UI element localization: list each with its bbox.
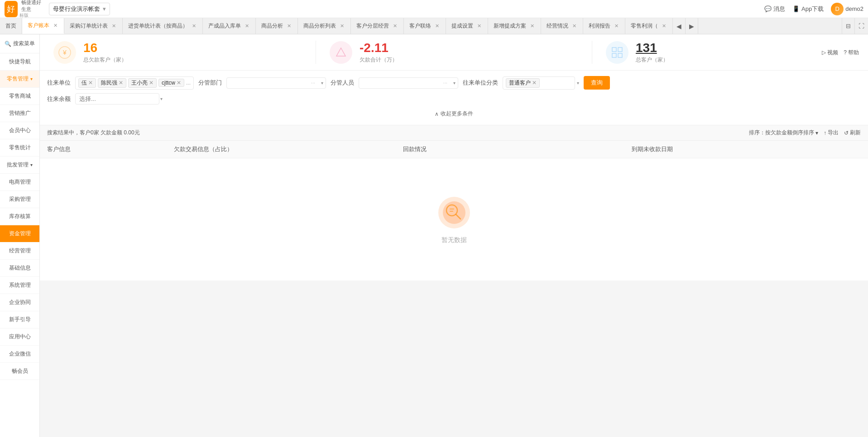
- unit-type-tag-normal[interactable]: 普通客户 ✕: [506, 78, 540, 88]
- tab-inbound-stats[interactable]: 进货单统计表（按商品） ✕: [123, 18, 203, 34]
- message-btn[interactable]: 💬 消息: [764, 5, 785, 13]
- refresh-btn[interactable]: ↺ 刷新: [844, 129, 861, 137]
- tab-purchase-order-stats[interactable]: 采购订单统计表 ✕: [64, 18, 123, 34]
- balance-filter-label: 往来余额: [47, 95, 71, 103]
- avatar: D: [831, 3, 844, 15]
- app-download-icon: 📱: [792, 5, 800, 12]
- tab-business-status-close[interactable]: ✕: [571, 23, 577, 29]
- tab-product-analysis-close[interactable]: ✕: [286, 23, 292, 29]
- tab-profit-report[interactable]: 利润报告 ✕: [583, 18, 625, 34]
- sort-btn[interactable]: 排序：按欠款金额倒序排序 ▾: [749, 129, 818, 137]
- total-debt-customers-number: 16: [83, 41, 127, 55]
- tab-customer-layer[interactable]: 客户分层经营 ✕: [351, 18, 404, 34]
- unit-tags-more[interactable]: ...: [186, 80, 191, 86]
- unit-type-tag-remove[interactable]: ✕: [532, 80, 537, 86]
- unit-tag-wu-remove[interactable]: ✕: [88, 80, 93, 86]
- tab-new-commission-close[interactable]: ✕: [529, 23, 535, 29]
- workspace-arrow: ▾: [103, 5, 106, 12]
- dept-select-wrap: ▾ ···: [226, 77, 326, 89]
- sidebar-retail-shop-label: 零售商城: [9, 93, 31, 99]
- tab-new-commission-label: 新增提成方案: [494, 22, 526, 30]
- tab-customer-ledger[interactable]: 客户账本 ✕: [22, 18, 64, 34]
- tab-business-status[interactable]: 经营情况 ✕: [541, 18, 583, 34]
- person-clear-icon[interactable]: ···: [443, 80, 447, 86]
- dept-clear-icon[interactable]: ···: [311, 80, 315, 86]
- tab-inbound-close[interactable]: ✕: [191, 23, 197, 29]
- search-menu-btn[interactable]: 🔍 搜索菜单: [3, 38, 37, 49]
- unit-tag-cjttcw-remove[interactable]: ✕: [177, 80, 181, 86]
- sidebar-search-area: 🔍 搜索菜单: [0, 34, 39, 53]
- sidebar-item-basic-info[interactable]: 基础信息: [0, 260, 39, 277]
- sidebar-item-chang-member[interactable]: 畅会员: [0, 363, 39, 380]
- tab-action-expand[interactable]: ⊟: [842, 18, 854, 34]
- sidebar-item-enterprise-wechat[interactable]: 企业微信: [0, 346, 39, 363]
- tab-product-analysis-list-label: 商品分析列表: [303, 22, 336, 30]
- workspace-selector[interactable]: 母婴行业演示帐套 ▾: [49, 3, 110, 15]
- svg-marker-2: [336, 48, 345, 56]
- tab-product-analysis-list[interactable]: 商品分析列表 ✕: [298, 18, 351, 34]
- tab-retail-profit[interactable]: 零售利润（ ✕: [625, 18, 673, 34]
- stat-total-debt-customers: ¥ 16 总欠款客户（家）: [40, 41, 316, 64]
- sidebar-item-member-center[interactable]: 会员中心: [0, 122, 39, 139]
- sidebar-item-quick-nav[interactable]: 快捷导航: [0, 53, 39, 71]
- search-menu-label: 搜索菜单: [13, 40, 35, 48]
- tab-product-inbound[interactable]: 产成品入库单 ✕: [203, 18, 256, 34]
- tab-action-fullscreen[interactable]: ⛶: [854, 18, 868, 34]
- unit-tag-chen[interactable]: 陈民强 ✕: [98, 78, 126, 88]
- sidebar-item-retail-shop[interactable]: 零售商城: [0, 88, 39, 105]
- tab-commission-close[interactable]: ✕: [476, 23, 482, 29]
- tab-customer-ledger-close[interactable]: ✕: [52, 23, 58, 29]
- tab-customer-layer-close[interactable]: ✕: [392, 23, 398, 29]
- unit-tag-wu[interactable]: 伍 ✕: [78, 78, 96, 88]
- unit-tag-chen-remove[interactable]: ✕: [119, 80, 123, 86]
- tab-customer-contact-close[interactable]: ✕: [434, 23, 440, 29]
- sidebar-item-wholesale[interactable]: 批发管理 ▾: [0, 157, 39, 174]
- video-help-btn[interactable]: ▷ 视频: [822, 48, 838, 56]
- tab-product-close[interactable]: ✕: [244, 23, 250, 29]
- sidebar-item-operations[interactable]: 经营管理: [0, 242, 39, 260]
- tab-purchase-close[interactable]: ✕: [110, 23, 117, 29]
- unit-tag-wang[interactable]: 王小亮 ✕: [128, 78, 157, 88]
- sidebar-item-retail-management[interactable]: 零售管理 ▾: [0, 71, 39, 88]
- app-download-btn[interactable]: 📱 App下载: [792, 5, 824, 13]
- person-filter-label: 分管人员: [331, 79, 354, 87]
- tab-new-commission[interactable]: 新增提成方案 ✕: [488, 18, 541, 34]
- sidebar-item-purchase[interactable]: 采购管理: [0, 191, 39, 208]
- sidebar-item-ecommerce[interactable]: 电商管理: [0, 174, 39, 191]
- tab-home[interactable]: 首页: [0, 18, 22, 34]
- app-download-label: App下载: [801, 5, 824, 13]
- tab-scroll-right[interactable]: ▶: [686, 18, 698, 34]
- collapse-filters-btn[interactable]: ∧ 收起更多条件: [47, 108, 861, 119]
- sidebar-item-newbie-guide[interactable]: 新手引导: [0, 311, 39, 328]
- help-btn[interactable]: ? 帮助: [844, 48, 859, 56]
- sidebar-item-app-center[interactable]: 应用中心: [0, 328, 39, 346]
- tab-commission-settings[interactable]: 提成设置 ✕: [446, 18, 488, 34]
- tab-retail-profit-close[interactable]: ✕: [661, 23, 667, 29]
- tab-profit-report-close[interactable]: ✕: [613, 23, 619, 29]
- balance-input[interactable]: [75, 93, 159, 104]
- sidebar-item-enterprise-collab[interactable]: 企业协同: [0, 294, 39, 311]
- stat-icon-debt: [330, 41, 352, 64]
- query-button[interactable]: 查询: [584, 76, 610, 90]
- sidebar-item-marketing[interactable]: 营销推广: [0, 105, 39, 122]
- sidebar-item-system[interactable]: 系统管理: [0, 277, 39, 294]
- tab-product-analysis-list-close[interactable]: ✕: [339, 23, 345, 29]
- unit-tag-cjttcw[interactable]: cjttcw ✕: [158, 79, 184, 87]
- tab-customer-contact[interactable]: 客户联络 ✕: [404, 18, 446, 34]
- unit-type-tags[interactable]: 普通客户 ✕: [503, 76, 575, 90]
- filter-row-1: 往来单位 伍 ✕ 陈民强 ✕ 王小亮 ✕ cjttcw: [47, 76, 861, 90]
- tab-scroll-left[interactable]: ◀: [673, 18, 686, 34]
- export-btn[interactable]: ↑ 导出: [824, 129, 839, 137]
- sidebar-item-retail-stats[interactable]: 零售统计: [0, 139, 39, 157]
- tab-product-analysis[interactable]: 商品分析 ✕: [256, 18, 298, 34]
- unit-tags-container[interactable]: 伍 ✕ 陈民强 ✕ 王小亮 ✕ cjttcw ✕ ...: [75, 76, 194, 90]
- sidebar-wholesale-label: 批发管理: [7, 162, 29, 168]
- results-actions: 排序：按欠款金额倒序排序 ▾ ↑ 导出 ↺ 刷新: [749, 129, 861, 137]
- sidebar-item-finance[interactable]: 资金管理: [0, 225, 39, 242]
- tab-customer-layer-label: 客户分层经营: [356, 22, 389, 30]
- total-debt-amount-number: -2.11: [360, 41, 398, 55]
- unit-tag-wang-remove[interactable]: ✕: [149, 80, 153, 86]
- sidebar-item-inventory[interactable]: 库存核算: [0, 208, 39, 225]
- user-profile[interactable]: D demo2: [831, 3, 863, 15]
- collapse-label: 收起更多条件: [441, 110, 473, 118]
